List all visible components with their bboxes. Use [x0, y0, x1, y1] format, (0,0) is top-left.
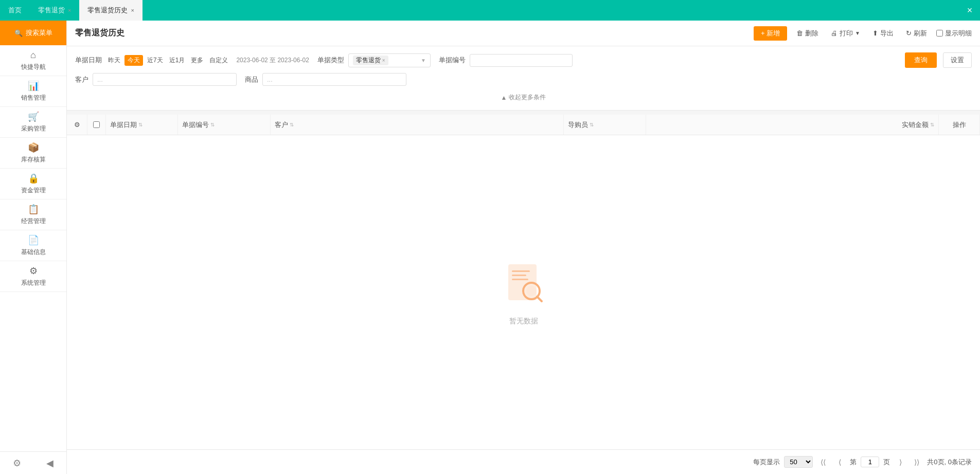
date-filter: 单据日期 昨天 今天 近7天 近1月 更多 自定义 2023-06-02 至 2… — [75, 55, 309, 66]
lock-icon: 🔒 — [28, 173, 39, 184]
th-date-sort[interactable]: ⇅ — [138, 122, 142, 127]
type-tag: 零售退货 × — [353, 56, 388, 65]
tab-retail-return-history-close[interactable]: × — [131, 7, 134, 13]
first-page-button[interactable]: ⟨⟨ — [817, 456, 829, 468]
filter-settings-button[interactable]: 设置 — [943, 52, 972, 68]
th-docno-sort[interactable]: ⇅ — [210, 122, 215, 127]
th-guide: 导购员 ⇅ — [564, 115, 646, 135]
display-toggle-label: 显示明细 — [945, 29, 972, 38]
prev-page-button[interactable]: ⟨ — [833, 456, 846, 468]
page-title: 零售退货历史 — [75, 28, 124, 39]
sidebar-menu-button[interactable]: ◀ — [46, 458, 54, 469]
tab-retail-return-history[interactable]: 零售退货历史 × — [79, 0, 142, 21]
th-customer-label: 客户 — [275, 120, 288, 130]
gear-icon: ⚙ — [29, 265, 38, 277]
sidebar-item-purchase[interactable]: 🛒 采购管理 — [0, 107, 66, 138]
table-area: ⚙ 单据日期 ⇅ 单据编号 ⇅ 客户 ⇅ 导购员 — [67, 115, 980, 474]
export-icon: ⬆ — [872, 29, 878, 37]
customer-filter: 客户 — [75, 73, 237, 86]
th-customer: 客户 ⇅ — [271, 115, 564, 135]
date-btn-today[interactable]: 今天 — [124, 55, 143, 66]
page-size-select[interactable]: 50 10 20 100 — [784, 456, 813, 468]
date-btn-1month[interactable]: 近1月 — [167, 55, 187, 66]
refresh-button[interactable]: ↻ 刷新 — [903, 27, 930, 40]
th-amount-sort[interactable]: ⇅ — [930, 122, 934, 127]
add-button[interactable]: + 新增 — [754, 26, 787, 41]
docno-input[interactable] — [470, 54, 573, 67]
th-action: 操作 — [939, 115, 980, 135]
pagination: 每页显示 50 10 20 100 ⟨⟨ ⟨ 第 页 ⟩ ⟩⟩ 共0页, 0条记… — [67, 449, 980, 474]
sidebar-footer: ⚙ ◀ — [0, 451, 66, 474]
th-settings[interactable]: ⚙ — [67, 115, 87, 135]
box-icon: 📦 — [28, 142, 39, 153]
svg-line-6 — [537, 297, 542, 301]
delete-icon: 🗑 — [796, 29, 803, 37]
print-dropdown-icon: ▼ — [855, 30, 860, 36]
th-amount: 实销金额 ⇅ — [646, 115, 939, 135]
sidebar-nav: ⌂ 快捷导航 📊 销售管理 🛒 采购管理 📦 库存核算 🔒 资金管理 📋 — [0, 45, 66, 451]
home-icon: ⌂ — [30, 50, 36, 61]
sidebar: 🔍 搜索菜单 ⌂ 快捷导航 📊 销售管理 🛒 采购管理 📦 库存核算 🔒 — [0, 21, 67, 474]
type-tag-close[interactable]: × — [382, 58, 385, 63]
type-select[interactable]: 零售退货 × ▼ — [348, 53, 431, 67]
sidebar-item-finance-label: 资金管理 — [21, 186, 46, 195]
select-all-checkbox[interactable] — [93, 121, 100, 128]
date-btn-more[interactable]: 更多 — [189, 55, 205, 66]
sidebar-item-finance[interactable]: 🔒 资金管理 — [0, 169, 66, 199]
delete-button[interactable]: 🗑 删除 — [793, 27, 822, 40]
search-icon: 🔍 — [14, 29, 23, 37]
goods-filter-label: 商品 — [245, 75, 258, 84]
date-btn-yesterday[interactable]: 昨天 — [106, 55, 122, 66]
sidebar-item-basic-info[interactable]: 📄 基础信息 — [0, 230, 66, 261]
type-filter: 单据类型 零售退货 × ▼ — [317, 53, 431, 67]
tab-retail-return[interactable]: 零售退货 × — [30, 0, 79, 21]
sidebar-item-inventory-label: 库存核算 — [21, 155, 46, 164]
tab-home[interactable]: 首页 — [0, 0, 30, 21]
date-btn-7days[interactable]: 近7天 — [145, 55, 165, 66]
table-header: ⚙ 单据日期 ⇅ 单据编号 ⇅ 客户 ⇅ 导购员 — [67, 115, 980, 135]
last-page-button[interactable]: ⟩⟩ — [911, 456, 923, 468]
chart-icon: 📊 — [28, 80, 39, 92]
sidebar-item-inventory[interactable]: 📦 库存核算 — [0, 138, 66, 169]
filter-row-1: 单据日期 昨天 今天 近7天 近1月 更多 自定义 2023-06-02 至 2… — [75, 52, 972, 68]
svg-rect-1 — [512, 270, 530, 272]
sidebar-item-operations-label: 经营管理 — [21, 217, 46, 226]
th-customer-sort[interactable]: ⇅ — [290, 122, 294, 127]
th-guide-sort[interactable]: ⇅ — [590, 122, 594, 127]
tab-retail-return-close[interactable]: × — [68, 7, 71, 13]
th-docno-label: 单据编号 — [182, 120, 209, 130]
th-checkbox[interactable] — [87, 115, 106, 135]
th-date: 单据日期 ⇅ — [106, 115, 178, 135]
goods-input[interactable] — [262, 73, 406, 86]
query-button[interactable]: 查询 — [905, 52, 937, 68]
customer-input[interactable] — [93, 73, 237, 86]
column-settings-icon[interactable]: ⚙ — [74, 121, 80, 129]
export-button[interactable]: ⬆ 导出 — [869, 27, 897, 40]
collapse-button[interactable]: ▲ 收起更多条件 — [495, 91, 553, 104]
page-number-input[interactable] — [861, 457, 879, 467]
next-page-button[interactable]: ⟩ — [894, 456, 906, 468]
sidebar-settings-button[interactable]: ⚙ — [13, 458, 21, 469]
collapse-label: 收起更多条件 — [509, 93, 546, 102]
filter-row-2: 客户 商品 — [75, 73, 972, 86]
sidebar-item-purchase-label: 采购管理 — [21, 124, 46, 133]
content-area: 零售退货历史 + 新增 🗑 删除 🖨 打印 ▼ ⬆ 导出 ↻ — [67, 21, 980, 474]
window-close-button[interactable]: × — [959, 0, 980, 21]
th-guide-label: 导购员 — [568, 120, 588, 130]
toolbar: + 新增 🗑 删除 🖨 打印 ▼ ⬆ 导出 ↻ 刷新 — [754, 26, 972, 41]
th-action-label: 操作 — [953, 120, 966, 130]
sidebar-item-quick-nav[interactable]: ⌂ 快捷导航 — [0, 45, 66, 76]
type-tag-value: 零售退货 — [356, 56, 381, 65]
svg-point-5 — [526, 286, 537, 296]
sidebar-item-operations[interactable]: 📋 经营管理 — [0, 199, 66, 230]
page-suffix: 页 — [883, 458, 890, 467]
display-toggle-checkbox[interactable] — [936, 30, 943, 37]
sidebar-search-button[interactable]: 🔍 搜索菜单 — [0, 21, 66, 45]
date-filter-label: 单据日期 — [75, 56, 102, 65]
sidebar-item-sales[interactable]: 📊 销售管理 — [0, 76, 66, 107]
page-size-label: 每页显示 — [753, 458, 780, 467]
print-button[interactable]: 🖨 打印 ▼ — [828, 27, 863, 40]
display-toggle[interactable]: 显示明细 — [936, 29, 972, 38]
date-btn-custom[interactable]: 自定义 — [207, 55, 230, 66]
sidebar-item-system[interactable]: ⚙ 系统管理 — [0, 261, 66, 292]
